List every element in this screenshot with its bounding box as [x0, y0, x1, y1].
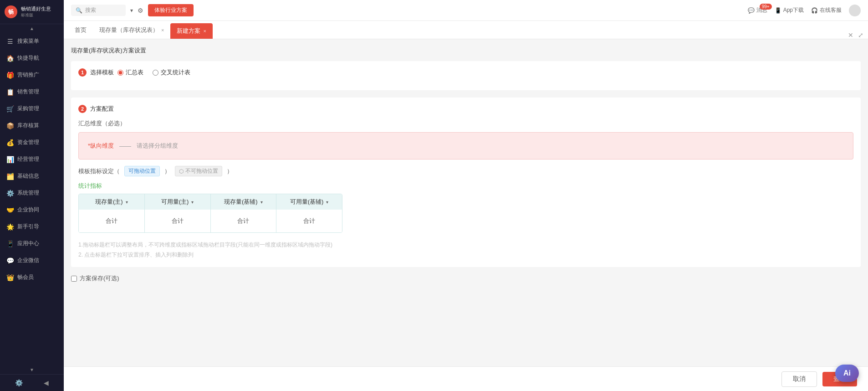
user-menu[interactable]: [849, 5, 861, 16]
ai-label: Ai: [843, 369, 851, 377]
basic-info-label: 基础信息: [17, 172, 39, 180]
tabbar-close-icon[interactable]: ✕: [848, 31, 853, 39]
stats-col-header[interactable]: 现存量(基辅)▾: [211, 194, 277, 210]
save-option: 方案保存(可选): [71, 274, 861, 283]
user-avatar: [849, 5, 861, 16]
sales-label: 销售管理: [17, 88, 39, 96]
indicator-fixed-icon: ⬡: [179, 168, 184, 175]
sidebar-footer: ⚙️ ◀: [0, 374, 64, 391]
radio-cross-input[interactable]: [153, 70, 158, 76]
section1-header: 1 选择模板 汇总表 交叉统计表: [78, 68, 853, 77]
stats-table: 现存量(主)▾可用量(主)▾现存量(基辅)▾可用量(基辅)▾ 合计合计合计合计: [78, 194, 342, 233]
sidebar-scroll-up[interactable]: ▲: [0, 24, 64, 33]
sidebar-item-member[interactable]: 👑畅会员: [0, 269, 64, 286]
topbar-right: 💬 消息 99+ 📱 App下载 🎧 在线客服: [748, 5, 861, 16]
topbar-dropdown-btn[interactable]: ▾: [130, 7, 133, 14]
sidebar-item-basic-info[interactable]: 🗂️基础信息: [0, 168, 64, 185]
sidebar-scroll-down[interactable]: ▼: [0, 365, 64, 374]
save-label: 方案保存(可选): [80, 274, 119, 283]
radio-summary[interactable]: 汇总表: [117, 68, 143, 77]
stats-label: 统计指标: [78, 182, 853, 190]
tab-home[interactable]: 首页: [68, 22, 93, 39]
page-content: 现存量(库存状况表)方案设置 1 选择模板 汇总表 交叉统计表: [64, 39, 868, 366]
save-checkbox[interactable]: [71, 276, 77, 282]
search-menu-icon: ☰: [6, 38, 14, 45]
sidebar-item-inventory[interactable]: 📦库存核算: [0, 117, 64, 134]
tabbar-right: ✕ ⤢: [843, 31, 868, 39]
tips-text: 1.拖动标题栏可以调整布局，不可跨维度或指标区域拖动栏目字段(只能在同一维度或指…: [78, 240, 853, 260]
stats-col-header[interactable]: 可用量(主)▾: [145, 194, 211, 210]
settings-footer-icon[interactable]: ⚙️: [15, 379, 23, 386]
sidebar-item-system[interactable]: ⚙️系统管理: [0, 185, 64, 201]
stats-table-header: 现存量(主)▾可用量(主)▾现存量(基辅)▾可用量(基辅)▾: [79, 194, 342, 210]
dimension-area[interactable]: *纵向维度 —— 请选择分组维度: [78, 132, 853, 159]
sidebar-nav: ☰搜索菜单🏠快捷导航🎁营销推广📋销售管理🛒采购管理📦库存核算💰资金管理📊经营管理…: [0, 33, 64, 365]
section-config: 2 方案配置 汇总维度（必选） *纵向维度 —— 请选择分组维度 模板指标设定（…: [71, 98, 861, 267]
logo-text: 畅销通好生意: [21, 5, 51, 12]
topbar-search-box[interactable]: 🔍 搜索: [71, 5, 126, 16]
topbar-gear-icon[interactable]: ⚙: [138, 7, 143, 14]
page-title: 现存量(库存状况表)方案设置: [71, 46, 861, 55]
new-guide-label: 新手引导: [17, 223, 39, 231]
message-icon: 💬: [748, 7, 755, 14]
tip-line: 2. 点击标题栏下拉可设置排序、插入列和删除列: [78, 250, 853, 260]
cancel-button[interactable]: 取消: [781, 371, 817, 387]
radio-summary-label: 汇总表: [126, 68, 143, 77]
finance-label: 资金管理: [17, 139, 39, 146]
tab-inventory[interactable]: 现存量（库存状况表） ×: [93, 22, 170, 39]
menu-footer-icon[interactable]: ◀: [44, 379, 49, 386]
search-menu-label: 搜索菜单: [17, 37, 39, 45]
radio-summary-input[interactable]: [117, 70, 123, 76]
operation-label: 经营管理: [17, 155, 39, 163]
sidebar-item-new-guide[interactable]: 🌟新手引导: [0, 218, 64, 235]
indicator-fixed-badge: ⬡ 不可拖动位置: [175, 166, 222, 176]
inventory-label: 库存核算: [17, 122, 39, 129]
enterprise-wechat-icon: 💬: [6, 257, 14, 264]
tab-new-scheme-close[interactable]: ×: [203, 28, 206, 34]
message-btn[interactable]: 💬 消息 99+: [748, 6, 767, 14]
indicator-draggable-badge: 可拖动位置: [124, 166, 160, 176]
search-icon: 🔍: [76, 7, 82, 14]
radio-cross[interactable]: 交叉统计表: [153, 68, 190, 77]
app-download-btn[interactable]: 📱 App下载: [775, 6, 804, 14]
purchase-icon: 🛒: [6, 105, 14, 113]
sidebar-item-quick-nav[interactable]: 🏠快捷导航: [0, 50, 64, 67]
sidebar-item-marketing[interactable]: 🎁营销推广: [0, 67, 64, 83]
sidebar-item-purchase[interactable]: 🛒采购管理: [0, 100, 64, 117]
topbar: 🔍 搜索 ▾ ⚙ 体验行业方案 💬 消息 99+ 📱 App下载 🎧 在线客服: [64, 0, 868, 21]
member-icon: 👑: [6, 274, 14, 281]
ai-bubble[interactable]: Ai: [835, 365, 859, 382]
trial-btn[interactable]: 体验行业方案: [148, 4, 194, 16]
sidebar-item-finance[interactable]: 💰资金管理: [0, 134, 64, 151]
tab-new-scheme[interactable]: 新建方案 ×: [170, 23, 212, 39]
system-icon: ⚙️: [6, 190, 14, 197]
indicator-close-paren: ）: [227, 167, 233, 175]
search-text: 搜索: [85, 6, 96, 14]
app-label: App下载: [783, 6, 804, 14]
app-icon: 📱: [775, 7, 781, 14]
basic-info-icon: 🗂️: [6, 173, 14, 180]
tab-inventory-close[interactable]: ×: [161, 27, 164, 33]
sidebar-item-operation[interactable]: 📊经营管理: [0, 151, 64, 168]
stats-col-header[interactable]: 可用量(基辅)▾: [276, 194, 342, 210]
sidebar-item-app-center[interactable]: 📱应用中心: [0, 235, 64, 252]
section2-header: 2 方案配置: [78, 105, 853, 113]
section2-title: 方案配置: [90, 105, 114, 113]
indicator-setting-label: 模板指标设定（: [78, 167, 120, 175]
operation-icon: 📊: [6, 156, 14, 163]
tab-home-label: 首页: [75, 26, 87, 34]
tabbar-expand-icon[interactable]: ⤢: [858, 31, 863, 39]
dim-required-star: *纵向维度: [88, 142, 114, 150]
stats-col-body: 合计: [145, 210, 211, 232]
service-btn[interactable]: 🎧 在线客服: [811, 6, 842, 14]
cooperation-icon: 🤝: [6, 206, 14, 214]
sidebar-item-enterprise-wechat[interactable]: 💬企业微信: [0, 252, 64, 269]
stats-col-header[interactable]: 现存量(主)▾: [79, 194, 145, 210]
stats-col-body: 合计: [211, 210, 277, 232]
sidebar-item-sales[interactable]: 📋销售管理: [0, 83, 64, 100]
quick-nav-label: 快捷导航: [17, 54, 39, 62]
enterprise-wechat-label: 企业微信: [17, 257, 39, 264]
tabbar: 首页 现存量（库存状况表） × 新建方案 × ✕ ⤢: [64, 21, 868, 39]
sidebar-item-cooperation[interactable]: 🤝企业协同: [0, 201, 64, 218]
sidebar-item-search-menu[interactable]: ☰搜索菜单: [0, 33, 64, 50]
